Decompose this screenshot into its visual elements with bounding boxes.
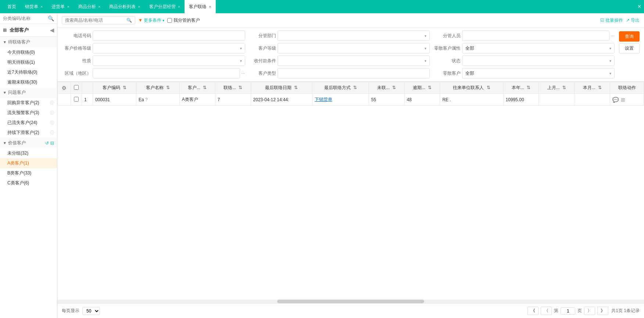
per-page-select[interactable]: 50 <box>82 307 100 315</box>
batch-op-btn[interactable]: ☑ 批量操作 <box>600 17 623 24</box>
sidebar-group-pending[interactable]: ▼ 待联络客户 <box>0 37 57 47</box>
scrollbar-thumb[interactable] <box>277 300 424 303</box>
tab-home[interactable]: 首页 <box>3 0 21 13</box>
sidebar-item-7days[interactable]: 近7天待联络(0) <box>0 67 57 77</box>
gear-settings-icon[interactable]: ⚙ <box>62 85 67 91</box>
set-button[interactable]: 设置 <box>619 43 640 53</box>
sort-icon-lastmonth[interactable]: ⇅ <box>562 85 566 90</box>
page-input[interactable] <box>561 307 575 315</box>
col-contact-count[interactable]: 联络... ⇅ <box>215 82 251 94</box>
sort-icon-method[interactable]: ⇅ <box>353 85 357 90</box>
close-tab-sales[interactable]: × <box>40 4 43 9</box>
close-tab-purchase[interactable]: × <box>67 4 69 9</box>
cust-tier-select[interactable]: ▾ <box>278 43 430 53</box>
retail-attr-select[interactable]: 全部 ▾ <box>462 43 615 53</box>
sort-icon-contact2[interactable]: ⇅ <box>487 85 490 90</box>
col-overdue[interactable]: 逾期... ⇅ <box>404 82 440 94</box>
sidebar-group-problem[interactable]: ▼ 问题客户 <box>0 87 57 98</box>
sort-icon-level[interactable]: ⇅ <box>203 85 207 90</box>
sidebar-collapse-btn[interactable]: ◀ <box>50 27 54 33</box>
manager-input[interactable] <box>462 31 609 41</box>
qr-icon[interactable]: ⊞ <box>621 97 625 103</box>
tab-purchase[interactable]: 进货单 × <box>47 0 74 13</box>
select-all-checkbox[interactable] <box>74 85 79 90</box>
sidebar-item-b-class[interactable]: B类客户(33) <box>0 168 57 178</box>
close-all-tabs[interactable]: × <box>638 3 641 10</box>
sidebar-item-today[interactable]: 今天待联络(0) <box>0 47 57 57</box>
close-tab-customer-contact[interactable]: × <box>209 4 211 9</box>
my-customer-check[interactable] <box>167 18 172 23</box>
refresh-icon[interactable]: ↺ <box>45 141 49 146</box>
export-btn[interactable]: ↗ 导出 <box>626 17 640 24</box>
retail-select[interactable]: 全部 ▾ <box>462 68 615 78</box>
next-page-btn[interactable]: 〉 <box>584 307 595 315</box>
col-this-month[interactable]: 本月... ⇅ <box>575 82 610 94</box>
last-page-btn[interactable]: 》 <box>597 307 608 315</box>
col-last-month[interactable]: 上月... ⇅ <box>539 82 575 94</box>
sidebar-search-input[interactable] <box>3 16 48 21</box>
sidebar-item-ungroup[interactable]: 未分组(32) <box>0 148 57 158</box>
dept-select[interactable]: ▾ <box>278 31 430 41</box>
region-input[interactable] <box>93 68 240 78</box>
sidebar-item-declining[interactable]: 持续下滑客户(2) ⓘ <box>0 128 57 138</box>
all-customers-label[interactable]: 全部客户 <box>10 27 29 33</box>
sort-icon-name[interactable]: ⇅ <box>166 85 170 90</box>
sort-icon-code[interactable]: ⇅ <box>123 85 126 90</box>
sidebar-item-overdue[interactable]: 逾期未联络(30) <box>0 77 57 87</box>
col-action: 联络动作 <box>610 82 644 94</box>
horizontal-scrollbar[interactable] <box>57 300 644 303</box>
price-tier-select[interactable]: ▾ <box>93 43 245 53</box>
tab-sales[interactable]: 销货单 × <box>21 0 47 13</box>
col-customer-name[interactable]: 客户名称 ⇅ <box>136 82 179 94</box>
sort-icon-thisyear[interactable]: ⇅ <box>527 85 530 90</box>
region-dots-btn[interactable]: ··· <box>242 71 245 76</box>
tab-customer-tier[interactable]: 客户分层经营 × <box>145 0 185 13</box>
first-page-btn[interactable]: 《 <box>527 307 539 315</box>
close-tab-customer-tier[interactable]: × <box>178 4 180 9</box>
search-input[interactable] <box>65 18 126 23</box>
sort-icon-uncontacted[interactable]: ⇅ <box>392 85 396 90</box>
col-contact2[interactable]: 往来单位联系人 ⇅ <box>440 82 503 94</box>
sort-icon-date[interactable]: ⇅ <box>294 85 298 90</box>
status-select[interactable]: ▾ <box>462 56 615 66</box>
sort-icon-overdue[interactable]: ⇅ <box>428 85 432 90</box>
col-customer-code[interactable]: 客户编码 ⇅ <box>93 82 136 94</box>
col-last-date[interactable]: 最后联络日期 ⇅ <box>251 82 312 94</box>
tab-analysis-list[interactable]: 商品分析列表 × <box>105 0 144 13</box>
col-last-method[interactable]: 最后联络方式 ⇅ <box>312 82 369 94</box>
cust-type-input[interactable] <box>278 68 430 78</box>
sidebar-item-churned[interactable]: 已流失客户(24) ⓘ <box>0 118 57 128</box>
payment-select[interactable]: ▾ <box>278 56 430 66</box>
sidebar-group-value[interactable]: ▼ 价值客户 ↺ ⊟ <box>0 138 57 148</box>
more-conditions-btn[interactable]: ▼ 更多条件 ▾ <box>138 17 164 24</box>
tab-analysis[interactable]: 商品分析 × <box>74 0 105 13</box>
filter-cell-cust-tier: 客户等级 ▾ <box>247 43 430 53</box>
query-button[interactable]: 查询 <box>619 31 640 42</box>
sidebar-item-c-class[interactable]: C类客户(6) <box>0 178 57 188</box>
sidebar-item-churn-warning[interactable]: 流失预警客户(3) ⓘ <box>0 108 57 118</box>
settings-icon[interactable]: ⊟ <box>50 141 54 146</box>
manager-dots-btn[interactable]: ··· <box>611 33 615 38</box>
sort-icon-contact[interactable]: ⇅ <box>239 85 242 90</box>
search-submit-icon[interactable]: 🔍 <box>126 18 132 23</box>
col-gear[interactable]: ⚙ <box>58 82 71 94</box>
filter-cell-nature: 性质 ▾ <box>62 56 245 66</box>
tab-customer-contact[interactable]: 客户联络 × <box>185 0 215 13</box>
sidebar-item-a-class[interactable]: A类客户(1) <box>0 158 57 168</box>
filter-cell-retail: 零散客户 全部 ▾ <box>431 68 615 78</box>
col-this-year[interactable]: 本年... ⇅ <box>503 82 539 94</box>
sidebar-search-icon[interactable]: 🔍 <box>48 15 54 21</box>
close-tab-analysis-list[interactable]: × <box>138 4 140 9</box>
sidebar-item-tomorrow[interactable]: 明天待联络(1) <box>0 57 57 67</box>
prev-page-btn[interactable]: 〈 <box>541 307 552 315</box>
chat-icon[interactable]: 💬 <box>612 97 619 103</box>
sort-icon-thismonth[interactable]: ⇅ <box>598 85 602 90</box>
col-uncontacted[interactable]: 未联... ⇅ <box>369 82 404 94</box>
last-method-link[interactable]: 下销货单 <box>315 97 332 102</box>
col-customer-level[interactable]: 客户... ⇅ <box>179 82 215 94</box>
phone-input[interactable] <box>93 31 245 41</box>
sidebar-item-repurchase-abnormal[interactable]: 回购异常客户(2) ⓘ <box>0 98 57 108</box>
row-checkbox[interactable] <box>74 97 79 102</box>
close-tab-analysis[interactable]: × <box>98 4 100 9</box>
nature-select[interactable]: ▾ <box>93 56 245 66</box>
